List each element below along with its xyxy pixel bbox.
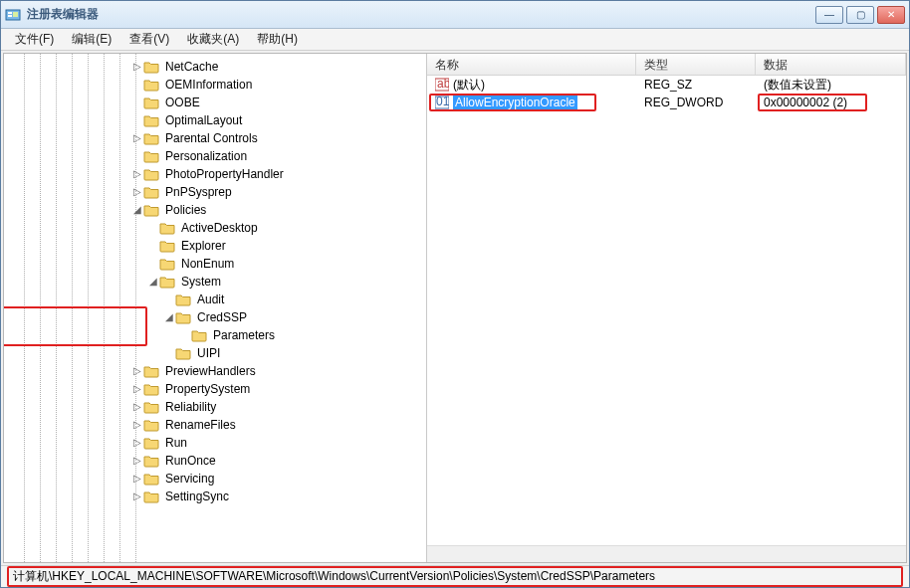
- list-row[interactable]: AllowEncryptionOracleREG_DWORD0x00000002…: [427, 94, 906, 111]
- tree-node[interactable]: ▷PhotoPropertyHandler: [4, 165, 426, 183]
- list-header: 名称 类型 数据: [427, 54, 906, 76]
- statusbar: 计算机\HKEY_LOCAL_MACHINE\SOFTWARE\Microsof…: [1, 565, 909, 587]
- list-row[interactable]: (默认)REG_SZ(数值未设置): [427, 76, 906, 94]
- tree-label: ActiveDesktop: [179, 219, 260, 237]
- folder-icon: [143, 382, 159, 396]
- menu-help[interactable]: 帮助(H): [249, 29, 306, 50]
- expand-icon[interactable]: ▷: [131, 488, 143, 505]
- tree-label: Explorer: [179, 237, 228, 255]
- tree-node[interactable]: ▷Parental Controls: [4, 129, 426, 147]
- app-icon: [5, 7, 21, 23]
- folder-icon: [143, 203, 159, 217]
- tree-label: System: [179, 273, 223, 291]
- tree-label: Reliability: [163, 398, 218, 416]
- folder-icon: [143, 472, 159, 486]
- col-header-data[interactable]: 数据: [756, 54, 906, 75]
- expand-icon[interactable]: ▷: [131, 129, 143, 147]
- close-button[interactable]: ✕: [877, 6, 905, 24]
- expand-icon[interactable]: ▷: [131, 58, 143, 76]
- minimize-button[interactable]: —: [815, 6, 843, 24]
- tree-label: PropertySystem: [163, 380, 252, 398]
- menu-file[interactable]: 文件(F): [7, 29, 62, 50]
- tree-node[interactable]: Audit: [4, 291, 426, 308]
- menu-edit[interactable]: 编辑(E): [64, 29, 119, 50]
- expand-icon[interactable]: ▷: [131, 165, 143, 183]
- col-header-name[interactable]: 名称: [427, 54, 636, 75]
- tree-node[interactable]: Explorer: [4, 237, 426, 255]
- tree-label: Parameters: [211, 326, 277, 344]
- list-pane: 名称 类型 数据 (默认)REG_SZ(数值未设置)AllowEncryptio…: [427, 54, 906, 562]
- expand-icon[interactable]: ◢: [131, 201, 143, 219]
- col-header-type[interactable]: 类型: [636, 54, 756, 75]
- tree-node[interactable]: ▷SettingSync: [4, 488, 426, 505]
- tree-node[interactable]: Parameters: [4, 326, 426, 344]
- tree-label: NonEnum: [179, 255, 236, 273]
- folder-icon: [143, 131, 159, 145]
- client-area: ▷NetCacheOEMInformationOOBEOptimalLayout…: [3, 53, 907, 563]
- tree-node[interactable]: ▷NetCache: [4, 58, 426, 76]
- string-icon: [435, 78, 449, 92]
- expand-icon[interactable]: ◢: [163, 308, 175, 326]
- tree-node[interactable]: ▷PnPSysprep: [4, 183, 426, 201]
- tree-pane: ▷NetCacheOEMInformationOOBEOptimalLayout…: [4, 54, 427, 562]
- tree-label: Servicing: [163, 470, 216, 488]
- tree-node[interactable]: ◢Policies: [4, 201, 426, 219]
- titlebar[interactable]: 注册表编辑器 — ▢ ✕: [1, 1, 909, 29]
- tree-label: OOBE: [163, 94, 202, 111]
- tree-node[interactable]: ActiveDesktop: [4, 219, 426, 237]
- tree-node[interactable]: ▷Run: [4, 434, 426, 452]
- expand-icon[interactable]: ▷: [131, 470, 143, 488]
- tree-node[interactable]: ▷PreviewHandlers: [4, 362, 426, 380]
- value-name: (默认): [453, 77, 485, 94]
- expand-icon[interactable]: ◢: [147, 273, 159, 291]
- maximize-button[interactable]: ▢: [846, 6, 874, 24]
- horizontal-scrollbar[interactable]: [427, 545, 906, 562]
- tree-label: OptimalLayout: [163, 111, 244, 129]
- folder-icon: [175, 310, 191, 324]
- folder-icon: [159, 275, 175, 289]
- tree-node[interactable]: ◢System: [4, 273, 426, 291]
- folder-icon: [143, 436, 159, 450]
- expand-icon[interactable]: ▷: [131, 398, 143, 416]
- tree-label: OEMInformation: [163, 76, 254, 94]
- tree-label: PnPSysprep: [163, 183, 234, 201]
- svg-rect-1: [8, 12, 12, 14]
- value-data: 0x00000002 (2): [756, 96, 906, 109]
- tree-node[interactable]: OEMInformation: [4, 76, 426, 94]
- expand-icon[interactable]: ▷: [131, 452, 143, 470]
- tree-node[interactable]: NonEnum: [4, 255, 426, 273]
- folder-icon: [143, 364, 159, 378]
- expand-icon[interactable]: ▷: [131, 380, 143, 398]
- tree-label: RenameFiles: [163, 416, 238, 434]
- expand-icon[interactable]: ▷: [131, 416, 143, 434]
- folder-icon: [159, 257, 175, 271]
- tree-node[interactable]: ▷RunOnce: [4, 452, 426, 470]
- expand-icon[interactable]: ▷: [131, 362, 143, 380]
- tree-node[interactable]: ▷Servicing: [4, 470, 426, 488]
- tree-node[interactable]: Personalization: [4, 147, 426, 165]
- folder-icon: [143, 400, 159, 414]
- window-buttons: — ▢ ✕: [815, 6, 905, 24]
- status-path: 计算机\HKEY_LOCAL_MACHINE\SOFTWARE\Microsof…: [7, 566, 903, 587]
- tree-node[interactable]: ▷Reliability: [4, 398, 426, 416]
- folder-icon: [143, 490, 159, 503]
- tree-node[interactable]: ▷PropertySystem: [4, 380, 426, 398]
- tree-node[interactable]: OOBE: [4, 94, 426, 111]
- expand-icon[interactable]: ▷: [131, 183, 143, 201]
- menu-favorites[interactable]: 收藏夹(A): [179, 29, 247, 50]
- tree-node[interactable]: OptimalLayout: [4, 111, 426, 129]
- list-body[interactable]: (默认)REG_SZ(数值未设置)AllowEncryptionOracleRE…: [427, 76, 906, 545]
- menu-view[interactable]: 查看(V): [121, 29, 177, 50]
- folder-icon: [143, 113, 159, 127]
- expand-icon[interactable]: ▷: [131, 434, 143, 452]
- folder-icon: [143, 454, 159, 468]
- window-title: 注册表编辑器: [27, 6, 815, 23]
- tree-view[interactable]: ▷NetCacheOEMInformationOOBEOptimalLayout…: [4, 54, 426, 562]
- menubar: 文件(F) 编辑(E) 查看(V) 收藏夹(A) 帮助(H): [1, 29, 909, 51]
- tree-node[interactable]: UIPI: [4, 344, 426, 362]
- tree-node[interactable]: ▷RenameFiles: [4, 416, 426, 434]
- tree-node[interactable]: ◢CredSSP: [4, 308, 426, 326]
- tree-label: Audit: [195, 291, 226, 308]
- folder-icon: [143, 96, 159, 109]
- tree-label: Personalization: [163, 147, 249, 165]
